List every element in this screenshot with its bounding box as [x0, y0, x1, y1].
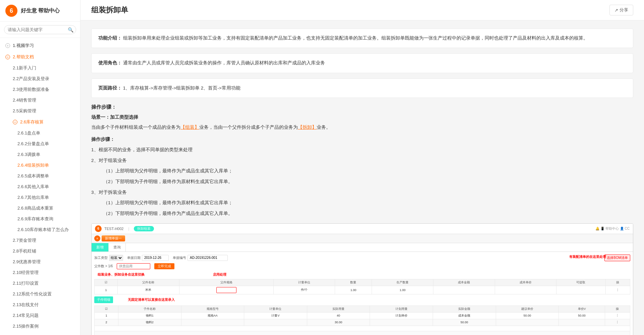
step3-1: （1）上部明细为父件明细，最终作为原材料生成其它出库单；	[91, 199, 633, 207]
ss-no-input[interactable]	[187, 255, 228, 261]
sidebar-item-2-6-2[interactable]: 2.6.2分量盘点单	[0, 138, 80, 149]
ss-th-cost-price: 成本单价	[495, 279, 556, 286]
ss-sidebar-icon: ≡	[94, 235, 100, 241]
sidebar-header: 6 好生意 帮助中心	[0, 0, 80, 22]
ss-sub-table: ☑ 子件名称 规格型号 计量单位 实际用量 计划用量 实际金额 建议单价 单价V…	[94, 305, 630, 335]
sidebar-item-2-11[interactable]: 2.11打印设置	[0, 278, 80, 289]
sidebar-item-2-5[interactable]: 2.5采购管理	[0, 106, 80, 116]
sidebar-item-2-9[interactable]: 2.9优惠券管理	[0, 257, 80, 267]
sidebar-item-2-8[interactable]: 2.8手机旺铺	[0, 246, 80, 257]
sidebar-item-2-12[interactable]: 2.12系统个性化设置	[0, 289, 80, 299]
ss-type-select[interactable]: 组装	[109, 255, 123, 261]
function-intro-label: 功能介绍：	[98, 36, 122, 41]
ss-warehouse-field	[117, 263, 150, 269]
ss-form-row1: 加工类型 组装 单据日期 单据编号	[94, 255, 630, 261]
ss-th-op: 操	[605, 279, 630, 286]
step1: 1、根据不同的业务，选择不同单据的类型来处理	[91, 146, 633, 154]
page-title: 组装拆卸单	[91, 5, 128, 15]
sidebar-item-2-10[interactable]: 2.10经营管理	[0, 267, 80, 278]
expand-icon: +	[5, 43, 10, 48]
link-chaijue[interactable]: 【拆卸】	[298, 125, 317, 130]
sidebar-item-2-1[interactable]: 2.1新手入门	[0, 63, 80, 73]
step2-1: （1）上部明细为父件明细，最终作为产成品生成其它入库单；	[91, 167, 633, 175]
sidebar-item-2-6-10[interactable]: 2.6.10库存账本错了怎么办	[0, 224, 80, 235]
ss-tabs: 新增 查询	[92, 243, 633, 252]
ss-td-avail	[556, 286, 605, 294]
ss-sub-th-actual: 实际用量	[307, 305, 370, 312]
steps-intro: 操作步骤：	[91, 135, 633, 144]
ss-td-costprice	[495, 286, 556, 294]
ss-td-pspec	[179, 286, 273, 294]
ss-date-label: 单据日期	[127, 256, 141, 260]
ss-content-area: 加工类型 组装 单据日期 单据编号	[92, 252, 633, 335]
ss-toolbar: ≡ 新增单据一	[92, 234, 633, 243]
ss-tab-query[interactable]: 查询	[109, 243, 126, 252]
path-text: 1、库存核算->库存管理->组装拆卸单 2、首页->常用功能	[123, 86, 240, 91]
table-row: 1 米米 件/个 1.00 1.00	[95, 286, 630, 294]
sidebar-item-2-6-7[interactable]: 2.6.7其他出库单	[0, 192, 80, 203]
ss-icons-area: 🔔 📱 帮助中心 👤 CC	[595, 226, 630, 231]
sidebar-item-2-6[interactable]: − 2.6库存核算	[0, 116, 80, 128]
ss-pspec-input[interactable]	[216, 287, 236, 293]
sidebar-item-2-6-6[interactable]: 2.6.6其他入库单	[0, 181, 80, 192]
ss-bom-btn[interactable]: 选择BOM清单	[604, 255, 630, 261]
sidebar-item-2-6-1[interactable]: 2.6.1盘点单	[0, 128, 80, 138]
ss-sub-th-suggest: 建议单价	[496, 305, 559, 312]
ss-logo: 6	[95, 225, 102, 232]
step3-2: （2）下部明细为子件明细，最终作为产成品生成其它入库单。	[91, 209, 633, 218]
ss-annotation-row: 组装业务、拆卸业务在这里切换 启用处理	[94, 271, 630, 277]
sidebar-item-2-6-3[interactable]: 2.6.3调拨单	[0, 149, 80, 160]
ss-new-btn[interactable]: 新增单据一	[102, 235, 125, 241]
ss-annotation-area1: 选择BOM清单	[604, 255, 630, 261]
ss-type-label: 加工类型	[94, 256, 108, 260]
share-button[interactable]: ↗ 分享	[609, 5, 633, 15]
sidebar-item-2-14[interactable]: 2.14常见问题	[0, 310, 80, 321]
sidebar-item-2-7[interactable]: 2.7资金管理	[0, 235, 80, 246]
collapse-icon-2-6: −	[13, 120, 17, 124]
sidebar-item-docs[interactable]: − 2.帮助文档	[0, 51, 80, 63]
ss-warehouse-input[interactable]	[117, 263, 150, 269]
step3: 3、对于拆装业务	[91, 188, 633, 197]
screenshot-container: 6 TEST-H002 | 拆卸组装 🔔 📱 帮助中心 👤 CC ≡ 新增单据一…	[91, 223, 633, 335]
logo-icon: 6	[5, 5, 17, 17]
role-text: 通常由生产人员或库管人员完成拆装业务的操作，库管人员确认原材料的出库和产成品的入…	[123, 60, 325, 65]
ss-th-parent-name: 父件名称	[118, 279, 179, 286]
ss-th-parent-spec: 父件规格	[179, 279, 273, 286]
ss-sub-th-amt: 实际金额	[433, 305, 496, 312]
sidebar-item-2-15[interactable]: 2.15操作案例	[0, 321, 80, 332]
ss-tab-new[interactable]: 新增	[92, 243, 109, 252]
sidebar-item-2-6-4[interactable]: 2.6.4组装拆卸单	[0, 160, 80, 171]
ss-sub-th-spec: 规格型号	[181, 305, 244, 312]
scene1-title: 场景一：加工类型选择	[91, 114, 633, 120]
ss-sub-th-name: 子件名称	[118, 305, 181, 312]
collapse-icon: −	[5, 55, 10, 59]
ss-confirm-btn[interactable]: 立即完成	[154, 263, 174, 269]
ss-td-prodqty: 1.00	[372, 286, 433, 294]
table-row: 1 物料1 规格AA 计量V 40 计划单价 成本金额 50.00 50.00 …	[95, 312, 630, 319]
ss-date-input[interactable]	[142, 255, 169, 261]
sidebar-item-2-6-9[interactable]: 2.6.9库存账本查询	[0, 214, 80, 224]
sidebar-item-video[interactable]: + 1.视频学习	[0, 40, 80, 51]
ss-td-qty: 1.00	[335, 286, 372, 294]
sidebar-item-label: 2.帮助文档	[13, 54, 34, 60]
sidebar-item-2-3[interactable]: 2.3使用前数据准备	[0, 84, 80, 95]
role-label: 使用角色：	[98, 60, 122, 65]
annotation-label-1: 有装配清单的在这里处理	[569, 255, 606, 259]
sidebar-item-2-13[interactable]: 2.13在线支付	[0, 299, 80, 310]
ss-teal-tag: 拆卸组装	[134, 226, 154, 231]
nav-section: + 1.视频学习 − 2.帮助文档 2.1新手入门 2.2产品安装及登录 2.3…	[0, 38, 80, 334]
sidebar-item-2-2[interactable]: 2.2产品安装及登录	[0, 73, 80, 84]
path-label: 页面路径：	[98, 86, 122, 91]
sidebar-item-2-6-5[interactable]: 2.6.5成本调整单	[0, 171, 80, 181]
search-input[interactable]	[4, 25, 76, 34]
link-zuzhang[interactable]: 【组装】	[180, 125, 199, 130]
share-icon: ↗	[614, 8, 618, 13]
logo-text: 好生意 帮助中心	[21, 7, 60, 14]
sidebar-item-2-4[interactable]: 2.4销售管理	[0, 95, 80, 106]
ss-form-row2: 父件数 > 1/6 立即完成	[94, 263, 630, 269]
annotation-label-2: 组装业务、拆卸业务在这里切换	[98, 273, 145, 276]
sidebar-item-2-6-8[interactable]: 2.6.8商品成本重算	[0, 203, 80, 214]
step2-2: （2）下部明细为子件明细，最终作为原材料生成其它出库单。	[91, 177, 633, 186]
ss-th-cost-amt: 成本金额	[433, 279, 495, 286]
sidebar: 6 好生意 帮助中心 🔍 + 1.视频学习 − 2.帮助文档 2.1新手入门 2…	[0, 0, 80, 335]
